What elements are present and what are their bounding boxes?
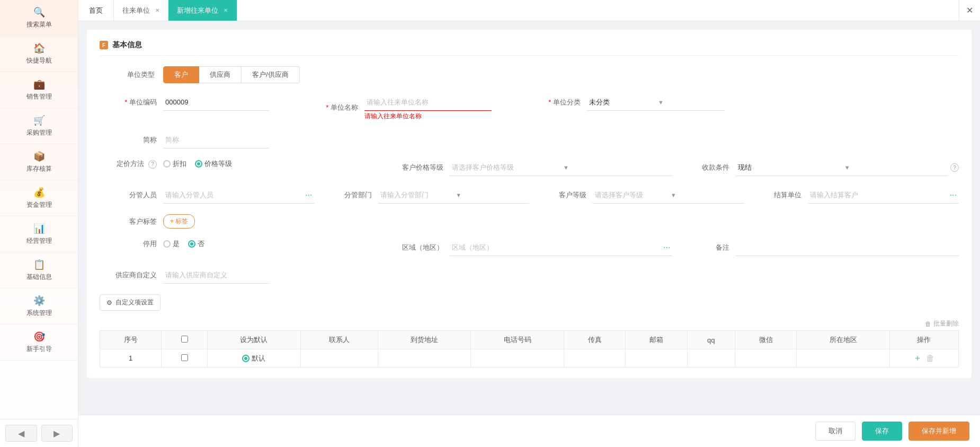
sales-icon: 💼	[33, 78, 45, 90]
unit-name-label: 单位名称	[301, 103, 364, 112]
abbreviation-label: 简称	[100, 135, 163, 145]
customer-level-select[interactable]: 请选择客户等级 ▼	[593, 187, 744, 204]
custom-settings-btn[interactable]: ⚙ 自定义项设置	[100, 294, 161, 311]
custom-settings-label: 自定义项设置	[115, 298, 154, 307]
abbreviation-field: 简称	[100, 132, 301, 148]
col-actions: 操作	[889, 331, 958, 349]
radio-yes-circle	[163, 240, 171, 248]
col-contact: 联系人	[300, 331, 378, 349]
tab-new-transaction-close[interactable]: ✕	[224, 7, 228, 13]
pricing-method-field: 定价方法 ? 折扣 价格等级	[100, 159, 386, 169]
sidebar-item-label: 库存核算	[26, 164, 52, 173]
radio-level-circle	[195, 160, 202, 168]
col-phone: 电话号码	[471, 331, 564, 349]
save-button[interactable]: 保存	[862, 422, 902, 441]
add-tag-btn[interactable]: + 标签	[163, 214, 195, 229]
batch-delete-btn[interactable]: 🗑 批量删除	[100, 319, 959, 328]
row-add-btn[interactable]: ＋	[913, 353, 922, 364]
row-default-radio[interactable]: 默认	[212, 354, 296, 363]
department-field: 分管部门 请输入分管部门 ▼	[315, 187, 530, 204]
customer-tag-label: 客户标签	[100, 217, 163, 226]
sidebar-item-search[interactable]: 🔍 搜索菜单	[0, 0, 78, 36]
form-row-basic: 单位编码 单位名称 请输入往来单位名称 单位分类	[100, 94, 959, 121]
abbreviation-input[interactable]	[163, 132, 269, 148]
cell-region	[797, 349, 890, 367]
unit-category-select[interactable]: 未分类 ▼	[587, 94, 725, 111]
payment-terms-info-icon[interactable]: ?	[950, 163, 959, 172]
sidebar-item-quick-nav[interactable]: 🏠 快捷导航	[0, 36, 78, 72]
save-and-new-button[interactable]: 保存并新增	[908, 422, 969, 441]
cancel-button[interactable]: 取消	[815, 422, 856, 441]
pricing-method-info-icon[interactable]: ?	[148, 160, 157, 169]
col-seq: 序号	[100, 331, 162, 349]
radio-discount-label: 折扣	[173, 159, 186, 169]
sidebar-collapse-btn[interactable]: ◀	[5, 425, 37, 442]
radio-yes[interactable]: 是	[163, 239, 180, 249]
tab-transactions-close[interactable]: ✕	[155, 7, 159, 13]
settlement-unit-input[interactable]	[808, 191, 948, 199]
form-row-manager: 分管人员 ··· 分管部门 请输入分管部门 ▼ 客户等级	[100, 187, 959, 204]
operations-icon: 📊	[33, 223, 45, 234]
col-fax: 传真	[564, 331, 626, 349]
customer-price-level-select[interactable]: 请选择客户价格等级 ▼	[450, 159, 673, 176]
settlement-unit-more-btn[interactable]: ···	[948, 190, 959, 200]
radio-no[interactable]: 否	[188, 239, 204, 249]
sidebar-item-operations[interactable]: 📊 经营管理	[0, 216, 78, 252]
sidebar-item-basic-info[interactable]: 📋 基础信息	[0, 252, 78, 288]
type-btn-both[interactable]: 客户/供应商	[242, 66, 300, 83]
unit-name-field: 单位名称 请输入往来单位名称	[301, 94, 523, 121]
manager-more-btn[interactable]: ···	[303, 190, 314, 200]
sidebar-item-label: 销售管理	[26, 92, 52, 101]
sidebar-item-inventory[interactable]: 📦 库存核算	[0, 144, 78, 180]
batch-delete-icon: 🗑	[925, 320, 931, 328]
col-region: 所在地区	[797, 331, 890, 349]
radio-discount[interactable]: 折扣	[163, 159, 186, 169]
region-input[interactable]	[450, 243, 661, 251]
payment-terms-select[interactable]: 现结 ▼	[736, 159, 948, 176]
unit-type-row: 单位类型 客户 供应商 客户/供应商	[100, 66, 959, 83]
row-delete-btn[interactable]: 🗑	[926, 354, 934, 363]
form-row-supplier-custom: 供应商自定义	[100, 267, 959, 284]
radio-price-level[interactable]: 价格等级	[195, 159, 232, 169]
select-all-checkbox[interactable]	[181, 336, 188, 343]
sidebar-item-label: 资金管理	[26, 200, 52, 209]
row-default-circle	[242, 355, 250, 362]
manager-input[interactable]	[163, 191, 303, 199]
unit-code-input[interactable]	[163, 94, 269, 111]
manager-label: 分管人员	[100, 190, 163, 200]
tab-transactions-label: 往来单位	[122, 6, 150, 15]
sidebar-item-guide[interactable]: 🎯 新手引导	[0, 325, 78, 361]
section-title: F 基本信息	[100, 40, 959, 56]
payment-terms-label: 收款条件	[672, 163, 736, 172]
unit-category-field: 单位分类 未分类 ▼	[523, 94, 725, 111]
sidebar-item-system[interactable]: ⚙️ 系统管理	[0, 288, 78, 325]
radio-yes-label: 是	[173, 239, 180, 249]
tab-bar-close-btn[interactable]: ✕	[959, 0, 980, 21]
radio-no-circle	[188, 240, 195, 248]
type-btn-customer[interactable]: 客户	[163, 66, 199, 83]
cell-fax	[564, 349, 626, 367]
col-check	[162, 331, 208, 349]
tab-home[interactable]: 首页	[78, 0, 114, 21]
form-row-pricing: 定价方法 ? 折扣 价格等级	[100, 159, 959, 176]
supplier-custom-input[interactable]	[163, 267, 269, 284]
pricing-method-label: 定价方法 ?	[100, 159, 163, 169]
guide-icon: 🎯	[33, 331, 45, 343]
row-checkbox[interactable]	[181, 354, 188, 361]
tab-new-transaction[interactable]: 新增往来单位 ✕	[168, 0, 237, 21]
form-footer: 取消 保存 保存并新增	[78, 415, 980, 447]
notes-input[interactable]	[736, 239, 959, 256]
notes-field: 备注	[672, 239, 959, 256]
sidebar-item-sales[interactable]: 💼 销售管理	[0, 72, 78, 108]
region-more-btn[interactable]: ···	[661, 243, 672, 252]
tab-transactions[interactable]: 往来单位 ✕	[114, 0, 168, 21]
unit-name-input[interactable]	[364, 94, 492, 111]
type-btn-supplier[interactable]: 供应商	[199, 66, 242, 83]
sidebar-expand-btn[interactable]: ▶	[41, 425, 73, 442]
col-qq: qq	[687, 331, 735, 349]
sidebar-item-purchase[interactable]: 🛒 采购管理	[0, 108, 78, 144]
customer-price-level-field: 客户价格等级 请选择客户价格等级 ▼	[386, 159, 673, 176]
sidebar-item-finance[interactable]: 💰 资金管理	[0, 180, 78, 216]
department-select[interactable]: 请输入分管部门 ▼	[378, 187, 530, 204]
customer-price-level-chevron: ▼	[561, 164, 672, 171]
